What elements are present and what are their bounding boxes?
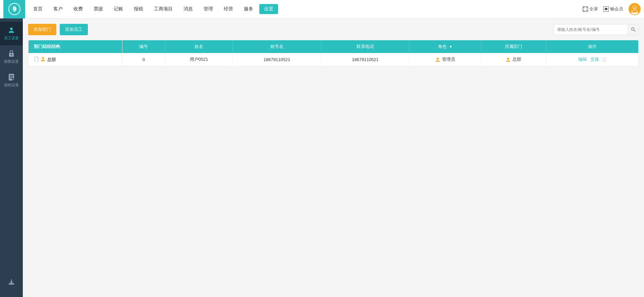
nav-message[interactable]: 消息: [179, 4, 198, 14]
dept-person-icon: [41, 57, 45, 62]
sidebar-bottom: [8, 274, 15, 297]
member-button[interactable]: 畅会员: [603, 6, 623, 12]
col-action: 操作: [546, 40, 638, 53]
table-panel: 编号 姓名 账号名 联系电话 角色 ▼ 所属部门 操作: [122, 40, 638, 66]
nav-operation[interactable]: 经营: [219, 4, 238, 14]
svg-point-7: [635, 7, 636, 8]
transfer-link[interactable]: 交接: [590, 57, 599, 62]
svg-rect-14: [10, 78, 12, 79]
toolbar: 添加部门 添加员工: [28, 24, 639, 35]
cell-action: 编辑 交接: [546, 53, 638, 66]
col-role: 角色 ▼: [410, 40, 481, 53]
person-icon: [8, 27, 15, 34]
sidebar-label-permission: 权限设置: [4, 59, 19, 64]
sidebar-item-employee[interactable]: 员工设置: [0, 22, 23, 45]
add-dept-button[interactable]: 添加部门: [28, 24, 56, 35]
svg-rect-2: [605, 8, 607, 8]
logo: [3, 0, 25, 18]
svg-rect-16: [9, 283, 14, 285]
lock-icon: [8, 50, 15, 57]
nav-fee[interactable]: 收费: [69, 4, 88, 14]
svg-point-10: [11, 54, 12, 55]
cell-account: 18679110521: [233, 53, 321, 66]
edit-link[interactable]: 编辑: [578, 57, 587, 62]
nav-client[interactable]: 客户: [49, 4, 67, 14]
fullscreen-button[interactable]: 全屏: [583, 6, 598, 12]
content-area: 添加部门 添加员工 部门组织结构: [23, 18, 644, 297]
role-person-icon: [435, 57, 441, 62]
nav-right: 全屏 畅会员: [583, 3, 641, 15]
nav-settings[interactable]: 设置: [259, 4, 278, 14]
search-button[interactable]: [628, 24, 638, 35]
main-layout: 员工设置 权限设置: [0, 18, 644, 297]
dept-item-hq[interactable]: 总部: [29, 53, 122, 66]
nav-bookkeeping[interactable]: 记账: [109, 4, 128, 14]
member-label: 畅会员: [610, 6, 623, 12]
top-nav: 首页 客户 收费 票据 记账 报税 工商项目 消息 管理 经营 服务 设置 全屏: [0, 0, 644, 18]
sidebar: 员工设置 权限设置: [0, 18, 23, 297]
sidebar-item-download[interactable]: [8, 274, 15, 290]
two-col-layout: 部门组织结构 总部: [28, 40, 639, 67]
nav-items: 首页 客户 收费 票据 记账 报税 工商项目 消息 管理 经营 服务 设置: [29, 4, 583, 14]
fullscreen-label: 全屏: [589, 6, 598, 12]
avatar[interactable]: [629, 3, 641, 15]
member-icon: [603, 6, 609, 12]
col-phone: 联系电话: [321, 40, 410, 53]
svg-point-20: [437, 58, 439, 60]
scroll-control[interactable]: [602, 57, 606, 62]
cell-name: 用户0521: [165, 53, 232, 66]
svg-rect-12: [10, 75, 13, 76]
dept-item-name: 总部: [47, 57, 56, 63]
svg-rect-22: [602, 57, 606, 62]
col-no: 编号: [122, 40, 165, 53]
cell-no: 0: [122, 53, 165, 66]
role-filter-icon[interactable]: ▼: [449, 45, 452, 49]
dept-panel: 部门组织结构 总部: [29, 40, 122, 66]
file-icon: [34, 56, 39, 63]
col-dept: 所属部门: [481, 40, 546, 53]
download-icon: [8, 278, 15, 286]
dept-person-icon-cell: [506, 57, 512, 62]
nav-manage[interactable]: 管理: [199, 4, 218, 14]
col-name: 姓名: [165, 40, 232, 53]
svg-rect-13: [10, 77, 13, 77]
add-staff-button[interactable]: 添加员工: [60, 24, 88, 35]
search-box: [553, 24, 639, 35]
svg-line-18: [634, 30, 635, 32]
col-account: 账号名: [233, 40, 321, 53]
sidebar-item-permission[interactable]: 权限设置: [0, 45, 23, 69]
sidebar-label-tax: 报税设置: [4, 83, 19, 88]
nav-bill[interactable]: 票据: [89, 4, 108, 14]
svg-point-21: [507, 58, 509, 60]
nav-home[interactable]: 首页: [29, 4, 47, 14]
cell-dept: 总部: [481, 53, 546, 66]
cell-phone: 18679110521: [321, 53, 410, 66]
svg-point-8: [10, 28, 13, 30]
sidebar-item-tax-setting[interactable]: 报税设置: [0, 69, 23, 92]
nav-business[interactable]: 工商项目: [149, 4, 177, 14]
cell-role: 管理员: [410, 53, 481, 66]
search-input[interactable]: [554, 27, 628, 32]
sidebar-label-employee: 员工设置: [4, 36, 19, 41]
svg-point-6: [634, 7, 634, 8]
nav-tax[interactable]: 报税: [129, 4, 148, 14]
nav-service[interactable]: 服务: [239, 4, 258, 14]
employee-table: 编号 姓名 账号名 联系电话 角色 ▼ 所属部门 操作: [122, 40, 638, 66]
svg-point-17: [631, 28, 634, 31]
table-row: 0 用户0521 18679110521 18679110521 管理员 总部 …: [122, 53, 638, 66]
dept-panel-header: 部门组织结构: [29, 40, 122, 53]
fullscreen-icon: [583, 6, 588, 12]
report-icon: [8, 73, 15, 81]
svg-point-19: [42, 57, 44, 59]
